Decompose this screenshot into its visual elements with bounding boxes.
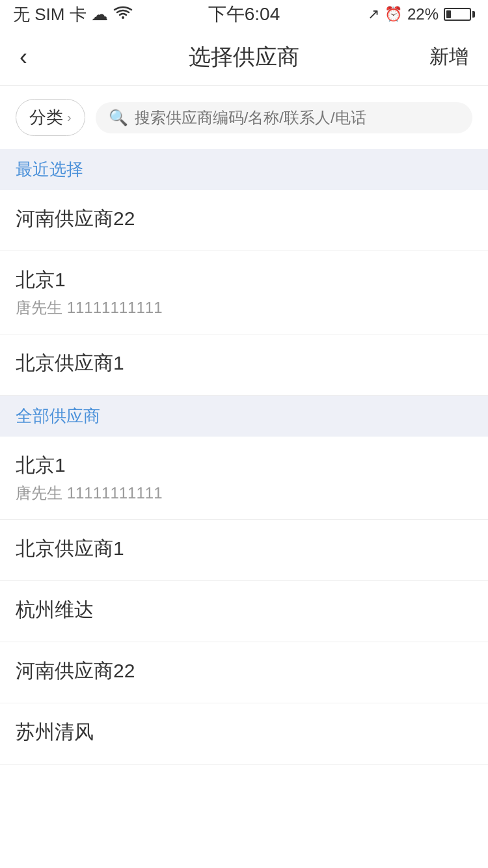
item-sub: 唐先生 11111111111	[16, 297, 472, 318]
wifi-icon	[113, 5, 133, 25]
list-item[interactable]: 北京1唐先生 11111111111	[0, 437, 488, 520]
item-name: 杭州维达	[16, 597, 472, 623]
all-items-list: 北京1唐先生 11111111111北京供应商1杭州维达河南供应商22苏州清风	[0, 437, 488, 765]
search-box: 🔍	[96, 102, 472, 133]
add-button[interactable]: 新增	[429, 44, 468, 70]
recent-items-list: 河南供应商22北京1唐先生 11111111111北京供应商1	[0, 190, 488, 396]
list-item[interactable]: 河南供应商22	[0, 190, 488, 251]
all-section-header: 全部供应商	[0, 396, 488, 437]
location-icon: ↗	[368, 6, 379, 23]
recent-section-label: 最近选择	[16, 159, 83, 179]
item-name: 北京1	[16, 267, 472, 293]
list-item[interactable]: 苏州清风	[0, 703, 488, 765]
status-right: ↗ ⏰ 22%	[368, 5, 475, 23]
filter-bar: 分类 › 🔍	[0, 86, 488, 149]
back-button[interactable]: ‹	[20, 44, 59, 71]
item-name: 河南供应商22	[16, 658, 472, 685]
category-filter-button[interactable]: 分类 ›	[16, 99, 85, 136]
status-bar: 无 SIM 卡 ☁ 下午6:04 ↗ ⏰ 22%	[0, 0, 488, 29]
nav-bar: ‹ 选择供应商 新增	[0, 29, 488, 86]
list-item[interactable]: 北京供应商1	[0, 334, 488, 396]
status-time: 下午6:04	[208, 2, 280, 27]
page-title: 选择供应商	[189, 42, 299, 72]
search-icon: 🔍	[109, 109, 128, 127]
item-name: 苏州清风	[16, 719, 472, 746]
item-sub: 唐先生 11111111111	[16, 483, 472, 504]
recent-section-header: 最近选择	[0, 149, 488, 190]
list-item[interactable]: 北京1唐先生 11111111111	[0, 251, 488, 334]
status-left: 无 SIM 卡 ☁	[13, 3, 133, 26]
item-name: 北京供应商1	[16, 536, 472, 562]
list-item[interactable]: 河南供应商22	[0, 642, 488, 703]
battery-percent: 22%	[407, 5, 439, 23]
alarm-icon: ⏰	[385, 6, 402, 23]
search-input[interactable]	[135, 109, 459, 127]
chevron-right-icon: ›	[67, 110, 72, 125]
item-name: 北京供应商1	[16, 350, 472, 377]
category-label: 分类	[29, 106, 63, 129]
item-name: 河南供应商22	[16, 206, 472, 232]
list-item[interactable]: 杭州维达	[0, 581, 488, 642]
all-section-label: 全部供应商	[16, 406, 100, 426]
no-sim-text: 无 SIM 卡 ☁	[13, 3, 108, 26]
list-item[interactable]: 北京供应商1	[0, 520, 488, 581]
battery-icon	[444, 8, 475, 21]
item-name: 北京1	[16, 452, 472, 479]
svg-point-0	[122, 16, 124, 19]
